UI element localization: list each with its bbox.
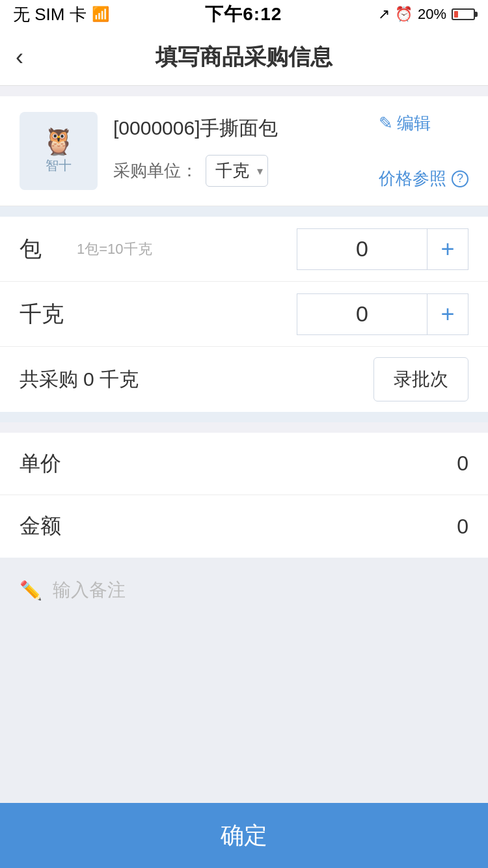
- product-name: [0000006]手撕面包: [113, 115, 379, 142]
- bao-input-row: 包 1包=10千克 +: [0, 217, 488, 282]
- product-unit-row: 采购单位： 千克 ▾: [113, 155, 379, 187]
- record-batch-button[interactable]: 录批次: [373, 357, 468, 401]
- content-spacer: [0, 623, 488, 803]
- kg-input-row: 千克 +: [0, 282, 488, 347]
- unit-label: 采购单位：: [113, 159, 198, 182]
- total-value: 0: [83, 368, 94, 390]
- price-ref-label: 价格参照: [379, 167, 446, 190]
- amount-value: 0: [457, 515, 468, 539]
- product-card: 🦉 智十 [0000006]手撕面包 采购单位： 千克 ▾ ✎ 编辑 价格参照 …: [0, 96, 488, 206]
- bao-label: 包: [20, 234, 72, 264]
- edit-button[interactable]: ✎ 编辑: [379, 112, 431, 135]
- alarm-icon: ⏰: [395, 6, 413, 23]
- kg-input-right: +: [297, 293, 468, 335]
- unit-price-value: 0: [457, 452, 468, 476]
- bao-plus-button[interactable]: +: [427, 228, 468, 270]
- status-time: 下午6:12: [205, 2, 282, 27]
- bao-quantity-input[interactable]: [297, 228, 427, 270]
- battery-icon: [452, 8, 475, 20]
- back-button[interactable]: ‹: [16, 44, 23, 71]
- separator-2: [0, 412, 488, 422]
- pencil-icon: ✏️: [20, 580, 42, 601]
- total-label: 共采购: [20, 366, 78, 393]
- unit-price-label: 单价: [20, 450, 61, 478]
- note-section[interactable]: ✏️ 输入备注: [0, 558, 488, 623]
- status-right: ↗ ⏰ 20%: [378, 6, 475, 23]
- input-section: 包 1包=10千克 + 千克 +: [0, 217, 488, 347]
- unit-select[interactable]: 千克: [206, 155, 268, 187]
- product-right: ✎ 编辑 价格参照 ?: [379, 112, 468, 190]
- amount-row: 金额 0: [0, 495, 488, 558]
- kg-label: 千克: [20, 299, 72, 329]
- status-left: 无 SIM 卡 📶: [13, 3, 109, 26]
- edit-label: 编辑: [397, 112, 431, 135]
- edit-icon: ✎: [379, 113, 393, 133]
- product-info: [0000006]手撕面包 采购单位： 千克 ▾: [113, 115, 379, 187]
- page-title: 填写商品采购信息: [156, 42, 332, 72]
- product-logo-text: 智十: [46, 157, 72, 174]
- amount-label: 金额: [20, 512, 61, 541]
- total-unit: 千克: [100, 366, 139, 393]
- product-image: 🦉 智十: [20, 112, 98, 190]
- info-icon: ?: [452, 170, 468, 187]
- status-bar: 无 SIM 卡 📶 下午6:12 ↗ ⏰ 20%: [0, 0, 488, 29]
- product-logo-icon: 🦉: [42, 128, 75, 154]
- separator-1: [0, 206, 488, 217]
- battery-percent: 20%: [418, 6, 446, 23]
- note-placeholder[interactable]: 输入备注: [53, 578, 126, 603]
- kg-quantity-input[interactable]: [297, 293, 427, 335]
- location-icon: ↗: [378, 6, 390, 23]
- wifi-icon: 📶: [92, 6, 109, 23]
- unit-select-wrapper[interactable]: 千克 ▾: [206, 155, 268, 187]
- confirm-button[interactable]: 确定: [0, 803, 488, 868]
- kg-plus-button[interactable]: +: [427, 293, 468, 335]
- total-row: 共采购 0 千克 录批次: [0, 347, 488, 412]
- bao-input-right: +: [297, 228, 468, 270]
- nav-bar: ‹ 填写商品采购信息: [0, 29, 488, 86]
- price-section: 单价 0 金额 0: [0, 433, 488, 558]
- price-ref-button[interactable]: 价格参照 ?: [379, 167, 468, 190]
- carrier-text: 无 SIM 卡: [13, 3, 87, 26]
- confirm-button-label: 确定: [221, 820, 267, 852]
- unit-price-row: 单价 0: [0, 433, 488, 495]
- bao-sublabel: 1包=10千克: [77, 239, 152, 259]
